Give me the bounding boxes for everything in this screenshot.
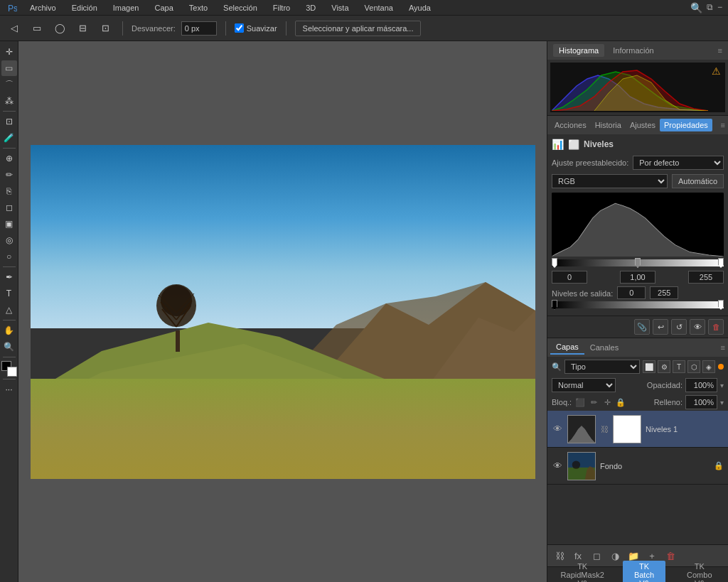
filter-smart-btn[interactable]: ◈ — [702, 360, 715, 373]
tool-sep1 — [3, 111, 16, 112]
layer-row-levels1[interactable]: 👁 ⛓ Niveles 1 — [547, 411, 728, 448]
filter-shape-btn[interactable]: ⬡ — [687, 360, 700, 373]
mask-button[interactable]: Seleccionar y aplicar máscara... — [295, 21, 422, 36]
lock-move-btn[interactable]: ✛ — [601, 397, 613, 408]
menu-texto[interactable]: Texto — [186, 2, 210, 14]
input-mid-slider[interactable] — [635, 258, 641, 268]
tab-propiedades[interactable]: Propiedades — [660, 119, 712, 131]
menu-seleccion[interactable]: Selección — [220, 2, 260, 14]
lock-image-btn[interactable]: ✏ — [588, 397, 599, 408]
crop-tool[interactable]: ⊡ — [1, 114, 17, 129]
tab-ajustes[interactable]: Ajustes — [626, 119, 660, 131]
menu-imagen[interactable]: Imagen — [110, 2, 142, 14]
heal-tool[interactable]: ⊕ — [1, 151, 17, 166]
visibility-btn[interactable]: 👁 — [690, 319, 705, 335]
filter-adjust-btn[interactable]: ⚙ — [658, 360, 670, 373]
menu-archivo[interactable]: Archivo — [27, 2, 59, 14]
plugin-combo-btn[interactable]: TK Combo V6 — [677, 561, 722, 583]
tab-histogram[interactable]: Histograma — [553, 44, 604, 57]
color-boxes[interactable] — [1, 361, 17, 377]
fill-dropdown-icon[interactable]: ▾ — [720, 399, 724, 406]
smooth-checkbox[interactable] — [235, 23, 244, 33]
menu-3d[interactable]: 3D — [303, 2, 318, 14]
output-max-value[interactable] — [650, 286, 678, 299]
channel-select[interactable]: RGB — [552, 174, 668, 188]
window-icon[interactable]: ⧉ — [707, 2, 713, 14]
tool-rect-select-btn[interactable]: ▭ — [28, 20, 46, 37]
more-tools-btn[interactable]: ··· — [1, 382, 17, 397]
lasso-tool[interactable]: ⌒ — [1, 77, 17, 92]
shape-tool[interactable]: △ — [1, 302, 17, 318]
layers-menu-icon[interactable]: ≡ — [721, 343, 725, 352]
minimize-icon[interactable]: − — [717, 2, 722, 14]
type-tool[interactable]: T — [1, 286, 17, 301]
eyedropper-tool[interactable]: 🧪 — [1, 130, 17, 146]
layer-row-fondo[interactable]: 👁 Fondo 🔒 — [547, 448, 728, 485]
histogram-menu-icon[interactable]: ≡ — [718, 46, 722, 55]
filter-type-select[interactable]: Tipo — [564, 360, 640, 374]
menu-ayuda[interactable]: Ayuda — [406, 2, 434, 14]
tab-canales[interactable]: Canales — [584, 341, 624, 354]
previous-state-btn[interactable]: ↩ — [653, 319, 668, 335]
properties-menu-icon[interactable]: ≡ — [721, 121, 725, 129]
histogram-area: ⚠ — [547, 60, 728, 115]
tab-info[interactable]: Información — [607, 44, 659, 57]
menu-edicion[interactable]: Edición — [69, 2, 100, 14]
tool-ellipse-select-btn[interactable]: ◯ — [51, 20, 68, 37]
layer-chain-levels1[interactable]: ⛓ — [600, 424, 609, 435]
marquee-tool[interactable]: ▭ — [1, 60, 17, 76]
lock-transparent-btn[interactable]: ⬛ — [574, 397, 586, 408]
blur-tool[interactable]: ◎ — [1, 232, 17, 248]
tool-sep2 — [3, 148, 16, 149]
levels-hist-svg — [552, 193, 724, 257]
opacity-dropdown-icon[interactable]: ▾ — [720, 382, 724, 389]
plugin-rapidmask-btn[interactable]: TK RapidMask2 V6 — [553, 561, 611, 583]
tool-col-select-btn[interactable]: ⊡ — [97, 20, 114, 37]
zoom-tool[interactable]: 🔍 — [1, 339, 17, 355]
tab-acciones[interactable]: Acciones — [550, 119, 591, 131]
wand-tool[interactable]: ⁂ — [1, 93, 17, 109]
hand-tool[interactable]: ✋ — [1, 323, 17, 338]
reset-btn[interactable]: ↺ — [671, 319, 687, 335]
eraser-tool[interactable]: ◻ — [1, 200, 17, 215]
menu-vista[interactable]: Vista — [328, 2, 351, 14]
svg-point-18 — [572, 460, 580, 468]
blend-mode-select[interactable]: Normal — [552, 378, 616, 392]
lock-all-btn[interactable]: 🔒 — [615, 397, 626, 408]
layer-vis-levels1[interactable]: 👁 — [552, 424, 563, 435]
output-black-slider[interactable] — [552, 300, 557, 310]
menu-capa[interactable]: Capa — [151, 2, 176, 14]
tab-historia[interactable]: Historia — [591, 119, 626, 131]
feather-input[interactable] — [181, 21, 217, 36]
search-icon[interactable]: 🔍 — [690, 2, 702, 14]
output-white-slider[interactable] — [718, 300, 724, 310]
input-black-slider[interactable] — [552, 258, 557, 268]
opacity-input[interactable] — [685, 378, 717, 392]
tab-capas[interactable]: Capas — [550, 340, 584, 355]
brush-tool[interactable]: ✏ — [1, 167, 17, 183]
preset-select[interactable]: Por defecto — [633, 156, 724, 170]
history-back-btn[interactable]: ◁ — [6, 20, 23, 37]
filter-type-btn[interactable]: T — [673, 360, 685, 373]
menu-filtro[interactable]: Filtro — [270, 2, 293, 14]
input-white-slider[interactable] — [718, 258, 724, 268]
menu-ventana[interactable]: Ventana — [362, 2, 396, 14]
tool-row-select-btn[interactable]: ⊟ — [74, 20, 91, 37]
background-color[interactable] — [7, 367, 17, 377]
filter-pixel-btn[interactable]: ⬜ — [643, 360, 655, 373]
input-min-value[interactable] — [552, 271, 587, 284]
pen-tool[interactable]: ✒ — [1, 269, 17, 285]
input-mid-value[interactable] — [620, 271, 655, 284]
gradient-tool[interactable]: ▣ — [1, 216, 17, 232]
fill-input[interactable] — [685, 395, 717, 409]
delete-btn[interactable]: 🗑 — [708, 319, 724, 335]
plugin-batch-btn[interactable]: TK Batch V6 — [623, 561, 665, 583]
layer-vis-fondo[interactable]: 👁 — [552, 460, 563, 472]
move-tool[interactable]: ✛ — [1, 44, 17, 60]
input-max-value[interactable] — [688, 271, 724, 284]
dodge-tool[interactable]: ○ — [1, 249, 17, 264]
clip-to-layer-btn[interactable]: 📎 — [634, 319, 650, 335]
stamp-tool[interactable]: ⎘ — [1, 183, 17, 199]
output-min-value[interactable] — [617, 286, 646, 299]
auto-button[interactable]: Automático — [672, 174, 724, 188]
